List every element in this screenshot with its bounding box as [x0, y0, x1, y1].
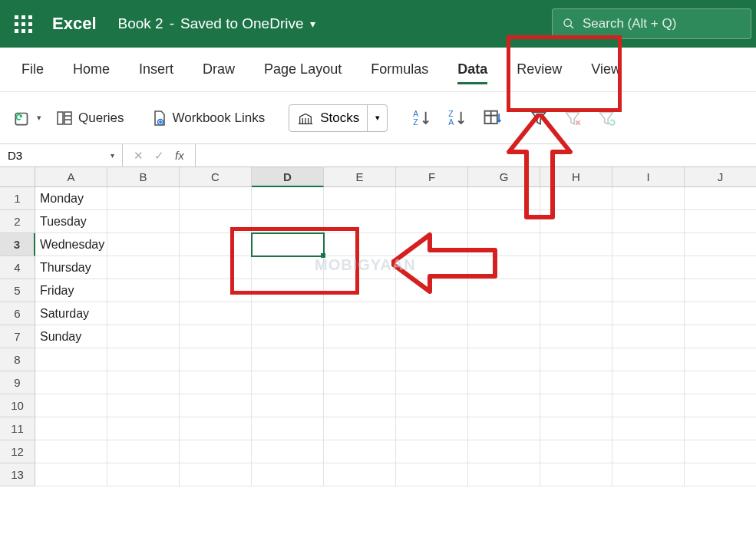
cell[interactable]	[396, 371, 468, 394]
cell[interactable]	[252, 348, 324, 371]
cell[interactable]	[180, 279, 252, 302]
cell[interactable]	[396, 440, 468, 463]
cell[interactable]	[540, 440, 612, 463]
cell[interactable]	[468, 417, 540, 440]
cell[interactable]	[468, 325, 540, 348]
search-box[interactable]	[552, 8, 751, 39]
cell[interactable]	[468, 394, 540, 417]
cell[interactable]	[685, 348, 756, 371]
cell[interactable]	[252, 279, 324, 302]
cell[interactable]	[107, 279, 180, 302]
cell[interactable]	[324, 187, 396, 210]
cell[interactable]	[685, 256, 756, 279]
cell[interactable]	[324, 371, 396, 394]
cell[interactable]	[107, 463, 180, 486]
column-header[interactable]: D	[252, 167, 324, 187]
column-header[interactable]: H	[540, 167, 612, 187]
cell[interactable]	[540, 233, 612, 256]
row-header[interactable]: 8	[0, 348, 35, 371]
cell[interactable]	[324, 394, 396, 417]
cell[interactable]	[612, 302, 685, 325]
cell[interactable]	[180, 348, 252, 371]
cell[interactable]	[468, 187, 540, 210]
custom-sort-button[interactable]	[480, 104, 505, 132]
row-header[interactable]: 6	[0, 302, 35, 325]
cell[interactable]: Thursday	[35, 256, 107, 279]
cell[interactable]	[396, 256, 468, 279]
row-header[interactable]: 3	[0, 233, 35, 256]
column-header[interactable]: G	[468, 167, 540, 187]
cell[interactable]	[468, 348, 540, 371]
cell[interactable]	[107, 325, 180, 348]
cell[interactable]	[612, 440, 685, 463]
cell[interactable]: Saturday	[35, 302, 107, 325]
tab-draw[interactable]: Draw	[189, 55, 249, 84]
row-header[interactable]: 5	[0, 279, 35, 302]
cell[interactable]	[107, 256, 180, 279]
cell[interactable]	[685, 302, 756, 325]
column-header[interactable]: I	[612, 167, 685, 187]
name-box[interactable]: D3 ▾	[0, 144, 123, 166]
cell[interactable]	[396, 233, 468, 256]
tab-file[interactable]: File	[8, 55, 58, 84]
cell[interactable]	[35, 463, 107, 486]
cell[interactable]	[107, 394, 180, 417]
cell[interactable]	[612, 348, 685, 371]
cell[interactable]	[396, 325, 468, 348]
cell[interactable]	[35, 371, 107, 394]
column-header[interactable]: F	[396, 167, 468, 187]
cell[interactable]	[396, 417, 468, 440]
cell[interactable]	[107, 417, 180, 440]
cell[interactable]	[612, 417, 685, 440]
cell[interactable]	[324, 302, 396, 325]
cell[interactable]	[252, 302, 324, 325]
tab-review[interactable]: Review	[503, 55, 576, 84]
cell[interactable]	[396, 302, 468, 325]
cell[interactable]	[180, 256, 252, 279]
cell[interactable]	[324, 279, 396, 302]
cell[interactable]	[180, 302, 252, 325]
sort-ascending-button[interactable]: AZ	[410, 104, 434, 132]
cell[interactable]	[396, 279, 468, 302]
cell[interactable]	[180, 394, 252, 417]
cell[interactable]	[685, 371, 756, 394]
document-title-button[interactable]: Book 2 - Saved to OneDrive ▾	[118, 15, 315, 32]
cell[interactable]	[252, 325, 324, 348]
cell[interactable]	[180, 233, 252, 256]
cell[interactable]	[35, 394, 107, 417]
cell[interactable]	[540, 210, 612, 233]
cell[interactable]	[540, 325, 612, 348]
cell[interactable]	[396, 348, 468, 371]
select-all-corner[interactable]	[0, 167, 35, 187]
cell[interactable]	[35, 348, 107, 371]
tab-data[interactable]: Data	[444, 55, 501, 84]
cell[interactable]	[685, 325, 756, 348]
cell[interactable]	[685, 210, 756, 233]
cell[interactable]	[252, 463, 324, 486]
cell[interactable]	[540, 394, 612, 417]
row-header[interactable]: 10	[0, 394, 35, 417]
column-header[interactable]: B	[107, 167, 180, 187]
cell[interactable]	[252, 417, 324, 440]
cell[interactable]	[324, 325, 396, 348]
cell[interactable]	[180, 440, 252, 463]
cell[interactable]: Friday	[35, 279, 107, 302]
row-header[interactable]: 7	[0, 325, 35, 348]
cell[interactable]	[685, 233, 756, 256]
column-header[interactable]: C	[180, 167, 252, 187]
cell[interactable]	[180, 325, 252, 348]
cell[interactable]	[107, 348, 180, 371]
cell[interactable]	[685, 463, 756, 486]
cell[interactable]	[107, 440, 180, 463]
cell[interactable]	[180, 210, 252, 233]
cell[interactable]	[35, 440, 107, 463]
cell[interactable]	[540, 302, 612, 325]
cell[interactable]	[612, 325, 685, 348]
cell[interactable]	[612, 256, 685, 279]
cell[interactable]	[107, 233, 180, 256]
workbook-links-button[interactable]: Workbook Links	[148, 106, 267, 130]
cell[interactable]	[612, 371, 685, 394]
cell[interactable]	[540, 279, 612, 302]
cell[interactable]	[107, 302, 180, 325]
cell[interactable]	[540, 417, 612, 440]
